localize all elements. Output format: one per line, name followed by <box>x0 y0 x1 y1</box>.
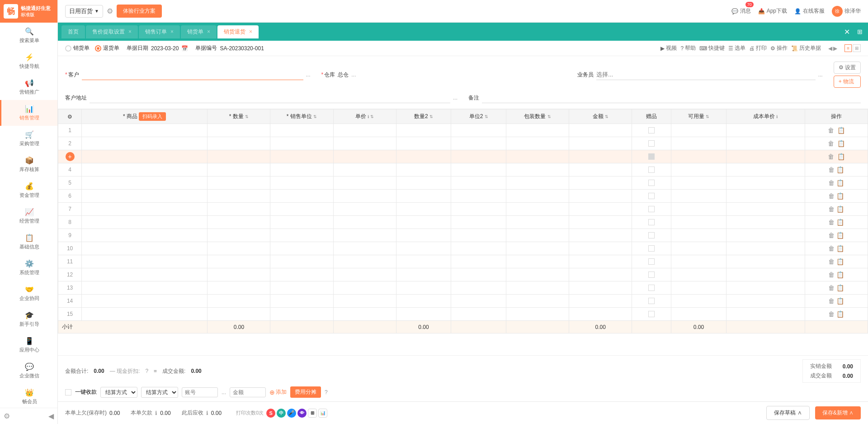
price-cell-3[interactable] <box>333 150 396 163</box>
unit-cell-2[interactable] <box>270 137 333 150</box>
tab-price-settings-close[interactable]: × <box>128 29 132 35</box>
cost-cell-3[interactable] <box>726 150 805 163</box>
delete-row-1-btn[interactable]: 🗑 <box>827 126 835 135</box>
delete-row-14-btn[interactable]: 🗑 <box>827 296 835 305</box>
price-cell-2[interactable] <box>333 137 396 150</box>
sidebar-settings-btn[interactable]: ⚙ <box>4 412 10 420</box>
next-icon[interactable]: ▶ <box>833 45 837 52</box>
sidebar-item-wechat[interactable]: 💬 企业微信 <box>0 358 57 384</box>
sidebar-item-marketing[interactable]: 📢 营销推广 <box>0 74 57 100</box>
tab-price-settings[interactable]: 售价提取设置 × <box>86 25 138 38</box>
save-draft-btn[interactable]: 保存草稿 ∧ <box>766 406 809 420</box>
prev-icon[interactable]: ◀ <box>828 45 832 52</box>
experience-btn[interactable]: 体验行业方案 <box>117 5 162 18</box>
qty2-cell-3[interactable] <box>396 150 451 163</box>
tab-sales-order-close[interactable]: × <box>170 29 174 35</box>
account-method-select[interactable]: 结算方式 <box>141 387 178 398</box>
unit2-cell-3[interactable] <box>451 150 506 163</box>
amount-cell-3[interactable] <box>569 150 632 163</box>
gift-checkbox-9[interactable] <box>648 232 655 238</box>
scan-input-btn[interactable]: 扫码录入 <box>139 112 166 121</box>
copy-row-6-btn[interactable]: 📋 <box>835 191 845 200</box>
qty-cell-2[interactable] <box>208 137 270 150</box>
amount-cell-2[interactable] <box>569 137 632 150</box>
delete-row-6-btn[interactable]: 🗑 <box>827 191 835 200</box>
industry-select[interactable]: 日用百货 ▼ <box>65 5 103 18</box>
product-cell-3[interactable] <box>82 150 208 163</box>
cost-cell-1[interactable] <box>726 124 805 137</box>
copy-row-1-btn[interactable]: 📋 <box>836 126 846 135</box>
sidebar-item-system[interactable]: ⚙️ 系统管理 <box>0 255 57 281</box>
copy-row-5-btn[interactable]: 📋 <box>835 178 845 187</box>
sidebar-item-inventory[interactable]: 📦 库存核算 <box>0 152 57 177</box>
delete-row-15-btn[interactable]: 🗑 <box>827 310 835 319</box>
list-view-icon[interactable]: ≡ <box>844 44 852 52</box>
amount-input[interactable] <box>230 387 266 397</box>
sidebar-item-basic[interactable]: 📋 基础信息 <box>0 229 57 255</box>
radio-return[interactable]: 退货单 <box>95 44 119 52</box>
delete-row-13-btn[interactable]: 🗑 <box>827 283 835 292</box>
sidebar-item-sales[interactable]: 📊 销售管理 <box>0 100 57 126</box>
avail-cell-1[interactable] <box>671 124 726 137</box>
delete-row-11-btn[interactable]: 🗑 <box>827 257 835 266</box>
discount-info-icon[interactable]: ? <box>145 368 148 374</box>
copy-row-15-btn[interactable]: 📋 <box>835 310 845 319</box>
copy-row-14-btn[interactable]: 📋 <box>835 296 845 305</box>
copy-row-9-btn[interactable]: 📋 <box>835 231 845 240</box>
avail-cell-3[interactable] <box>671 150 726 163</box>
one-click-payment-checkbox[interactable] <box>65 389 71 395</box>
tab-sales-delivery[interactable]: 销货单 × <box>181 25 217 38</box>
gift-checkbox-7[interactable] <box>648 206 655 212</box>
gift-checkbox-5[interactable] <box>648 180 655 186</box>
gift-cell-1[interactable] <box>632 124 671 137</box>
th-gear[interactable]: ⚙ <box>58 110 82 124</box>
copy-row-13-btn[interactable]: 📋 <box>835 283 845 292</box>
qty-cell-3[interactable] <box>208 150 270 163</box>
gift-checkbox-13[interactable] <box>648 285 655 291</box>
close-all-tabs-btn[interactable]: ✕ <box>842 26 852 38</box>
pack-cell-3[interactable] <box>506 150 569 163</box>
sidebar-item-appstore[interactable]: 📱 应用中心 <box>0 332 57 358</box>
sidebar-item-finance[interactable]: 💰 资金管理 <box>0 177 57 203</box>
toolbar-select[interactable]: ☰ 选单 <box>728 44 745 52</box>
delete-row-7-btn[interactable]: 🗑 <box>827 205 835 214</box>
qty2-cell-2[interactable] <box>396 137 451 150</box>
settings-gear-icon[interactable]: ⚙ <box>107 7 113 15</box>
user-profile-btn[interactable]: 徐 徐泽华 <box>832 6 861 17</box>
product-cell-1[interactable] <box>82 124 208 137</box>
salesperson-dots[interactable]: ... <box>818 71 823 78</box>
address-input[interactable] <box>90 92 450 103</box>
copy-row-7-btn[interactable]: 📋 <box>835 205 845 214</box>
delete-row-5-btn[interactable]: 🗑 <box>827 178 835 187</box>
toolbar-operations[interactable]: ⚙ 操作 <box>770 44 788 52</box>
gift-cell-3[interactable] <box>632 150 671 163</box>
delete-row-2-btn[interactable]: 🗑 <box>827 139 835 148</box>
toolbar-video[interactable]: ▶ 视频 <box>660 44 677 52</box>
delete-row-8-btn[interactable]: 🗑 <box>827 218 835 227</box>
logistics-btn[interactable]: + 物流 <box>834 76 861 88</box>
sidebar-item-enterprise[interactable]: 🤝 企业协同 <box>0 281 57 306</box>
qty2-cell-1[interactable] <box>396 124 451 137</box>
sidebar-item-search[interactable]: 🔍 搜索菜单 <box>0 23 57 48</box>
sidebar-item-operation[interactable]: 📈 经营管理 <box>0 203 57 229</box>
copy-row-3-btn[interactable]: 📋 <box>836 152 846 161</box>
customer-dots[interactable]: ... <box>306 71 311 78</box>
sidebar-item-member[interactable]: 👑 畅会员 <box>0 384 57 408</box>
app-download-btn[interactable]: 📥 App下载 <box>758 7 787 15</box>
cost-cell-2[interactable] <box>726 137 805 150</box>
fee-help-icon[interactable]: ? <box>325 389 328 395</box>
tab-sales-delivery-close[interactable]: × <box>207 29 210 35</box>
delete-row-3-btn[interactable]: 🗑 <box>827 152 835 161</box>
copy-row-2-btn[interactable]: 📋 <box>836 139 846 148</box>
remark-input[interactable] <box>482 92 861 103</box>
tab-home[interactable]: 首页 <box>61 25 85 38</box>
delete-row-10-btn[interactable]: 🗑 <box>827 244 835 253</box>
grid-view-icon[interactable]: ⊞ <box>853 44 861 52</box>
gift-checkbox-3[interactable] <box>648 153 655 160</box>
unit-cell-1[interactable] <box>270 124 333 137</box>
salesperson-input[interactable] <box>596 69 816 80</box>
gift-checkbox-11[interactable] <box>648 258 655 265</box>
gift-checkbox-2[interactable] <box>648 140 655 147</box>
warehouse-dots[interactable]: ... <box>351 71 356 78</box>
pack-cell-1[interactable] <box>506 124 569 137</box>
